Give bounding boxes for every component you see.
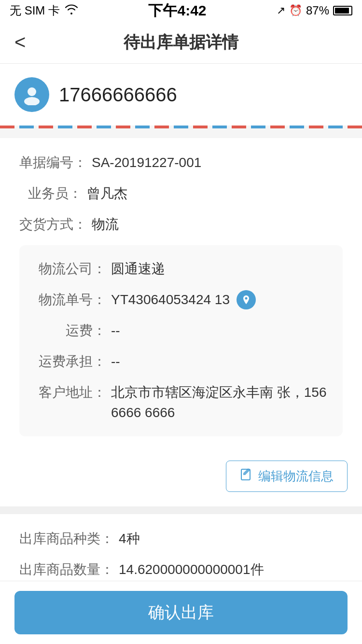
avatar xyxy=(14,77,49,112)
logistics-company-label: 物流公司： xyxy=(34,259,106,279)
product-quantity-row: 出库商品数量： 14.620000000000001件 xyxy=(19,560,343,580)
confirm-label: 确认出库 xyxy=(148,602,214,624)
battery-icon xyxy=(333,6,352,15)
battery-percentage: 87% xyxy=(306,4,329,17)
document-no-row: 单据编号： SA-20191227-001 xyxy=(19,153,343,173)
delivery-method-row: 交货方式： 物流 xyxy=(19,214,343,235)
freight-label: 运费： xyxy=(34,321,106,341)
carrier-label: 无 SIM 卡 xyxy=(10,3,60,18)
logistics-company-row: 物流公司： 圆通速递 xyxy=(34,259,328,279)
address-value: 北京市市辖区海淀区永丰南 张，156 6666 6666 xyxy=(111,382,328,423)
salesperson-label: 业务员： xyxy=(19,183,82,204)
product-types-row: 出库商品种类： 4种 xyxy=(19,529,343,549)
status-left: 无 SIM 卡 xyxy=(10,3,78,18)
product-types-value: 4种 xyxy=(119,529,343,549)
customer-phone: 17666666666 xyxy=(59,84,177,106)
nav-bar: < 待出库单据详情 xyxy=(0,21,362,64)
logistics-company-value: 圆通速递 xyxy=(111,259,328,279)
edit-logistics-section: 编辑物流信息 xyxy=(0,461,362,506)
product-quantity-label: 出库商品数量： xyxy=(19,560,114,580)
svg-point-0 xyxy=(28,87,36,96)
track-location-icon[interactable] xyxy=(237,290,256,309)
customer-header: 17666666666 xyxy=(0,64,362,126)
location-icon: ↗ xyxy=(277,4,285,17)
document-no-value: SA-20191227-001 xyxy=(92,153,343,173)
edit-logistics-label: 编辑物流信息 xyxy=(258,468,334,485)
dashed-divider xyxy=(0,126,362,128)
tracking-no-label: 物流单号： xyxy=(34,290,106,310)
svg-point-1 xyxy=(24,97,40,105)
edit-logistics-button[interactable]: 编辑物流信息 xyxy=(226,461,348,492)
status-time: 下午4:42 xyxy=(148,1,206,21)
delivery-method-label: 交货方式： xyxy=(19,214,87,235)
confirm-button[interactable]: 确认出库 xyxy=(14,591,348,634)
document-no-label: 单据编号： xyxy=(19,153,87,173)
confirm-btn-wrapper: 确认出库 xyxy=(0,581,362,644)
status-bar: 无 SIM 卡 下午4:42 ↗ ⏰ 87% xyxy=(0,0,362,21)
wifi-icon xyxy=(65,4,78,17)
address-row: 客户地址： 北京市市辖区海淀区永丰南 张，156 6666 6666 xyxy=(34,382,328,423)
freight-bearer-row: 运费承担： -- xyxy=(34,351,328,372)
tracking-no-row: 物流单号： YT43064053424 13 xyxy=(34,290,328,310)
salesperson-row: 业务员： 曾凡杰 xyxy=(19,183,343,204)
section-divider xyxy=(0,506,362,514)
status-right: ↗ ⏰ 87% xyxy=(277,4,352,17)
delivery-method-value: 物流 xyxy=(92,214,343,235)
freight-bearer-value: -- xyxy=(111,351,328,372)
logistics-card: 物流公司： 圆通速递 物流单号： YT43064053424 13 运费： --… xyxy=(19,245,343,436)
page-title: 待出库单据详情 xyxy=(124,31,238,54)
product-quantity-value: 14.620000000000001件 xyxy=(119,560,343,580)
edit-icon xyxy=(240,468,253,485)
product-types-label: 出库商品种类： xyxy=(19,529,114,549)
back-button[interactable]: < xyxy=(14,31,26,53)
address-label: 客户地址： xyxy=(34,382,106,403)
alarm-icon: ⏰ xyxy=(289,4,302,17)
freight-row: 运费： -- xyxy=(34,321,328,341)
freight-bearer-label: 运费承担： xyxy=(34,351,106,372)
salesperson-value: 曾凡杰 xyxy=(87,183,343,204)
basic-info-section: 单据编号： SA-20191227-001 业务员： 曾凡杰 交货方式： 物流 … xyxy=(0,138,362,461)
svg-point-2 xyxy=(245,297,248,300)
tracking-no-value: YT43064053424 13 xyxy=(111,290,328,310)
freight-value: -- xyxy=(111,321,328,341)
